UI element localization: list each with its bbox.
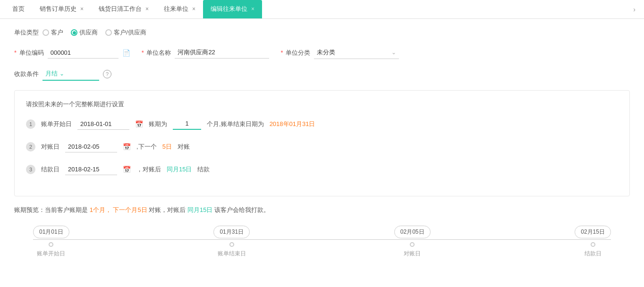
tab-sales-history-close[interactable]: ×: [80, 6, 84, 12]
unit-code-input[interactable]: [48, 47, 119, 59]
row2-calendar-icon[interactable]: 📅: [123, 143, 131, 151]
timeline-container: 01月01日 账单开始日 01月31日 账单结束日 02月05日 对账日: [14, 226, 630, 258]
radio-both-circle: [105, 29, 112, 36]
tab-bar: 首页 销售订单历史 × 钱货日清工作台 × 往来单位 × 编辑往来单位 × ›: [0, 0, 644, 19]
row1-highlight: 2018年01月31日: [270, 120, 315, 128]
tab-home-label: 首页: [12, 5, 25, 13]
unit-code-icon[interactable]: 📄: [122, 49, 130, 57]
radio-customer-label: 客户: [51, 28, 63, 37]
radio-supplier-circle: [71, 29, 77, 36]
radio-supplier[interactable]: 供应商: [71, 28, 98, 37]
unit-type-radio-group: 客户 供应商 客户/供应商: [42, 28, 146, 37]
timeline-node-2: 01月31日 账单结束日: [213, 226, 250, 258]
tab-cash-work-close[interactable]: ×: [145, 6, 149, 12]
required-star-cat: *: [280, 49, 283, 56]
timeline-label-2: 账单结束日: [218, 250, 246, 258]
preview-part5: 该客户会给我打款。: [214, 206, 270, 213]
preview-section: 账期预览：当前客户账期是 1个月， 下一个月5日 对账，对账后 同月15日 该客…: [14, 206, 630, 267]
timeline-node-4: 02月15日 结款日: [575, 226, 611, 258]
tab-arrow[interactable]: ›: [629, 0, 639, 18]
row2-suffix-after: 对账: [178, 143, 190, 151]
tab-edit-partner-label: 编辑往来单位: [211, 5, 247, 13]
row-label-1: 账单开始日: [41, 120, 72, 128]
unit-category-value: 未分类: [317, 48, 390, 57]
unit-code-label: * 单位编码: [14, 49, 44, 57]
unit-name-label: * 单位名称: [142, 49, 171, 57]
tab-edit-partner[interactable]: 编辑往来单位 ×: [203, 0, 262, 18]
settings-title: 请按照未来的一个完整帐期进行设置: [26, 100, 618, 109]
timeline-node-1: 01月01日 账单开始日: [33, 226, 69, 258]
field-group-main: * 单位编码 📄 * 单位名称 * 单位分类 未分类 ⌄: [14, 46, 630, 59]
row2-suffix-before: ,下一个: [136, 143, 157, 151]
timeline-label-4: 结款日: [585, 250, 602, 258]
row1-period-input[interactable]: [173, 118, 201, 130]
row1-date-input[interactable]: [77, 118, 129, 130]
row3-calendar-icon[interactable]: 📅: [123, 166, 131, 173]
unit-category-field: * 单位分类 未分类 ⌄: [280, 46, 399, 59]
tab-edit-partner-close[interactable]: ×: [251, 6, 254, 12]
radio-customer[interactable]: 客户: [42, 28, 63, 37]
preview-text: 账期预览：当前客户账期是 1个月， 下一个月5日 对账，对账后 同月15日 该客…: [14, 206, 630, 214]
unit-name-field: * 单位名称: [142, 47, 270, 59]
payment-label: 收款条件: [14, 70, 39, 78]
timeline-dot-2: [229, 242, 234, 247]
settings-row-2: 2 对账日 📅 ,下一个 5日 对账: [26, 141, 618, 152]
timeline-bubble-1: 01月01日: [33, 226, 69, 238]
tab-cash-work[interactable]: 钱货日清工作台 ×: [91, 0, 156, 18]
tab-home[interactable]: 首页: [5, 0, 32, 18]
preview-part1: 1个月，: [90, 206, 111, 213]
payment-row: 收款条件 月结 ⌄ ?: [14, 68, 630, 81]
tab-partner-unit-label: 往来单位: [164, 5, 188, 13]
radio-both[interactable]: 客户/供应商: [105, 28, 146, 37]
tab-partner-unit[interactable]: 往来单位 ×: [156, 0, 203, 18]
row-label-2: 对账日: [41, 143, 59, 151]
required-star-name: *: [142, 49, 144, 56]
timeline-bubble-2: 01月31日: [213, 226, 250, 238]
row2-highlight: 5日: [162, 143, 172, 151]
main-content: 单位类型 客户 供应商 客户/供应商 * 单位编码 📄: [0, 19, 644, 287]
row1-suffix-before: 账期为: [149, 120, 167, 128]
payment-select-arrow: ⌄: [59, 70, 64, 77]
row2-date-input[interactable]: [65, 141, 117, 152]
timeline-label-3: 对账日: [404, 250, 421, 258]
timeline-nodes: 01月01日 账单开始日 01月31日 账单结束日 02月05日 对账日: [33, 226, 611, 258]
unit-code-field: * 单位编码 📄: [14, 47, 130, 59]
timeline-dot-3: [410, 242, 415, 247]
timeline-dot-4: [591, 242, 595, 247]
payment-help-icon[interactable]: ?: [103, 70, 111, 78]
timeline-node-3: 02月05日 对账日: [394, 226, 431, 258]
unit-category-arrow: ⌄: [391, 49, 396, 56]
preview-part2: 下一个月5日: [113, 206, 147, 213]
preview-label: 账期预览：当前客户账期是: [14, 206, 88, 213]
payment-select[interactable]: 月结 ⌄: [42, 68, 99, 81]
required-star-code: *: [14, 49, 17, 56]
row3-suffix-before: ，对账后: [136, 165, 161, 174]
row1-suffix-after: 个月,账单结束日期为: [207, 120, 264, 128]
timeline-bubble-3: 02月05日: [394, 226, 431, 238]
row-label-3: 结款日: [41, 165, 59, 174]
tab-sales-history-label: 销售订单历史: [40, 5, 76, 13]
timeline-label-1: 账单开始日: [37, 250, 65, 258]
radio-supplier-label: 供应商: [79, 28, 98, 37]
row-num-2: 2: [26, 142, 35, 152]
timeline-dot-1: [49, 242, 53, 247]
unit-name-input[interactable]: [175, 47, 269, 59]
row3-suffix-after: 结款: [197, 165, 210, 174]
row3-date-input[interactable]: [65, 164, 117, 175]
preview-part3: 对账，对账后: [149, 206, 186, 213]
tab-cash-work-label: 钱货日清工作台: [99, 5, 142, 13]
payment-select-value: 月结: [45, 69, 58, 78]
unit-category-label: * 单位分类: [280, 49, 310, 57]
radio-customer-circle: [42, 29, 49, 36]
row1-calendar-icon[interactable]: 📅: [135, 120, 143, 128]
tab-partner-unit-close[interactable]: ×: [192, 6, 195, 12]
radio-both-label: 客户/供应商: [114, 28, 146, 37]
unit-type-label: 单位类型: [14, 28, 39, 37]
tab-sales-history[interactable]: 销售订单历史 ×: [32, 0, 91, 18]
row-num-1: 1: [26, 119, 35, 129]
settings-row-1: 1 账单开始日 📅 账期为 个月,账单结束日期为 2018年01月31日: [26, 118, 618, 130]
row-num-3: 3: [26, 165, 35, 174]
unit-category-dropdown[interactable]: 未分类 ⌄: [314, 46, 399, 59]
timeline-bubble-4: 02月15日: [575, 226, 611, 238]
settings-panel: 请按照未来的一个完整帐期进行设置 1 账单开始日 📅 账期为 个月,账单结束日期…: [14, 90, 630, 196]
